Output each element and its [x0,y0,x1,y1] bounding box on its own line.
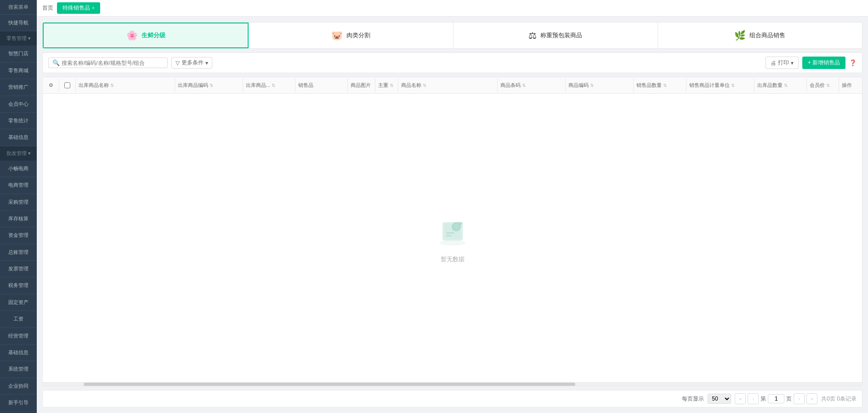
sidebar-item-retail-mgmt[interactable]: 零售管理 ▾ [0,31,37,46]
settings-icon: ⚙ [49,82,53,88]
tab-fresh-grade[interactable]: 🌸 生鲜分级 [43,23,249,48]
sidebar-item-member-center[interactable]: 会员中心 [0,96,37,113]
svg-rect-5 [446,232,454,234]
th-out-qty: 出库品数量 ⇅ [755,78,807,92]
empty-text: 暂无数据 [441,255,465,264]
tab-meat-cut[interactable]: 🐷 肉类分割 [249,23,453,48]
last-page-button[interactable]: » [806,393,817,404]
page-unit: 页 [786,395,792,403]
pagination-bar: 每页显示 50 10 20 100 « ‹ 第 页 › » 共0页 0条记录 [42,390,862,407]
svg-point-4 [453,224,460,230]
th-barcode: 商品条码 ⇅ [498,78,566,92]
next-page-button[interactable]: › [794,393,805,404]
search-icon: 🔍 [52,59,60,66]
sidebar-item-mini-ecom[interactable]: 小畅电商 [0,161,37,177]
search-box[interactable]: 🔍 [48,57,168,68]
sidebar-item-capital-mgmt[interactable]: 资金管理 [0,227,37,244]
printer-icon: 🖨 [771,60,776,66]
per-page-select[interactable]: 50 10 20 100 [708,394,731,404]
page-navigation: « ‹ 第 页 › » [735,393,817,404]
total-count: 共0页 0条记录 [821,395,857,403]
tab-fresh-grade-label: 生鲜分级 [142,31,165,40]
tab-weigh-prepack[interactable]: ⚖ 称重预包装商品 [454,23,658,48]
sort-icon[interactable]: ⇅ [522,83,526,88]
sort-icon[interactable]: ⇅ [210,83,213,88]
search-input[interactable] [62,60,163,66]
page-input[interactable] [768,394,784,403]
sidebar-item-basic-info[interactable]: 基础信息 [0,129,37,146]
help-icon[interactable]: ❓ [849,59,857,66]
sidebar-search[interactable]: 搜索菜单 [0,0,37,15]
filter-button[interactable]: ▽ 更多条件 ▾ [171,57,212,69]
th-out-product-name: 出库商品名称 ⇅ [76,78,175,92]
active-tab[interactable]: 特殊销售品 × [57,2,100,14]
sidebar-settings-button[interactable]: ⚙ [0,412,37,413]
sort-icon[interactable]: ⇅ [272,83,275,88]
sidebar-item-wholesale-mgmt[interactable]: 批发管理 ▾ [0,146,37,161]
weigh-icon: ⚖ [528,30,537,41]
sidebar: 搜索菜单 快捷导航 零售管理 ▾ 智慧门店 零售商城 营销推广 会员中心 零售统… [0,0,37,413]
sidebar-item-retail-mall[interactable]: 零售商城 [0,63,37,79]
th-checkbox[interactable] [59,79,76,92]
toolbar: 🔍 ▽ 更多条件 ▾ 🖨 打印 ▾ + 新增销售品 ❓ [42,52,862,73]
tab-combo-label: 组合商品销售 [749,31,785,40]
tab-weigh-label: 称重预包装商品 [540,31,582,40]
sort-icon[interactable]: ⇅ [731,83,735,88]
sidebar-item-inventory[interactable]: 库存核算 [0,211,37,227]
sidebar-item-tax-mgmt[interactable]: 税务管理 [0,277,37,294]
sidebar-item-retail-stats[interactable]: 零售统计 [0,113,37,129]
sidebar-item-fixed-assets[interactable]: 固定资产 [0,294,37,311]
sidebar-item-ops-mgmt[interactable]: 经营管理 [0,328,37,344]
tab-combo-sale[interactable]: 🌿 组合商品销售 [658,23,862,48]
scrollbar-thumb[interactable] [84,383,575,386]
type-tabs: 🌸 生鲜分级 🐷 肉类分割 ⚖ 称重预包装商品 🌿 组合商品销售 [42,22,862,49]
prev-page-button[interactable]: ‹ [748,393,759,404]
home-link[interactable]: 首页 [42,4,53,12]
horizontal-scrollbar[interactable] [43,382,862,386]
th-operation: 操作 [839,78,862,92]
sidebar-item-general-ledger[interactable]: 总账管理 [0,244,37,261]
select-all-checkbox[interactable] [64,82,70,88]
sidebar-item-purchase-mgmt[interactable]: 采购管理 [0,194,37,211]
meat-cut-icon: 🐷 [331,30,343,41]
th-sale-unit: 销售商品计量单位 ⇅ [686,78,755,92]
sidebar-item-smart-store[interactable]: 智慧门店 [0,46,37,62]
sort-icon[interactable]: ⇅ [826,83,830,88]
th-member-price: 会员价 ⇅ [807,78,839,92]
sidebar-logo-text: 搜索菜单 [8,4,28,10]
svg-point-0 [440,240,465,246]
main-area: 首页 特殊销售品 × 🌸 生鲜分级 🐷 肉类分割 ⚖ 称重预包装商品 🌿 组合商… [37,0,868,413]
svg-rect-6 [446,235,452,236]
th-product-img: 商品图片 [348,78,375,92]
sidebar-item-sys-mgmt[interactable]: 系统管理 [0,361,37,378]
topbar: 首页 特殊销售品 × [37,0,868,17]
sort-icon[interactable]: ⇅ [784,83,788,88]
sidebar-item-marketing[interactable]: 营销推广 [0,79,37,96]
sidebar-item-payroll[interactable]: 工资 [0,311,37,327]
chevron-down-icon: ▾ [205,60,208,66]
first-page-button[interactable]: « [735,393,746,404]
filter-icon: ▽ [176,60,180,66]
print-dropdown-icon: ▾ [791,60,794,66]
empty-illustration [434,213,471,250]
th-sale-qty: 销售品数量 ⇅ [634,78,686,92]
sort-icon[interactable]: ⇅ [590,83,594,88]
th-settings[interactable]: ⚙ [43,79,59,92]
sort-icon[interactable]: ⇅ [663,83,667,88]
page-label-pre: 第 [760,395,766,403]
sort-icon[interactable]: ⇅ [390,83,393,88]
sidebar-item-basic-info2[interactable]: 基础信息 [0,344,37,361]
fresh-grade-icon: 🌸 [126,30,138,41]
close-tab-icon[interactable]: × [92,6,95,11]
print-button[interactable]: 🖨 打印 ▾ [766,57,799,69]
th-sale-product: 销售品 [295,78,348,92]
add-sale-item-button[interactable]: + 新增销售品 [802,57,845,69]
sort-icon[interactable]: ⇅ [423,83,426,88]
sidebar-item-corp-coop[interactable]: 企业协同 [0,378,37,395]
sidebar-item-new-guide[interactable]: 新手引导 [0,395,37,411]
sidebar-item-ecom-mgmt[interactable]: 电商管理 [0,177,37,194]
sort-icon[interactable]: ⇅ [110,83,114,88]
sidebar-item-quick-nav[interactable]: 快捷导航 [0,15,37,31]
sidebar-item-invoice-mgmt[interactable]: 发票管理 [0,261,37,277]
th-out-product-code: 出库商品编码 ⇅ [175,78,243,92]
